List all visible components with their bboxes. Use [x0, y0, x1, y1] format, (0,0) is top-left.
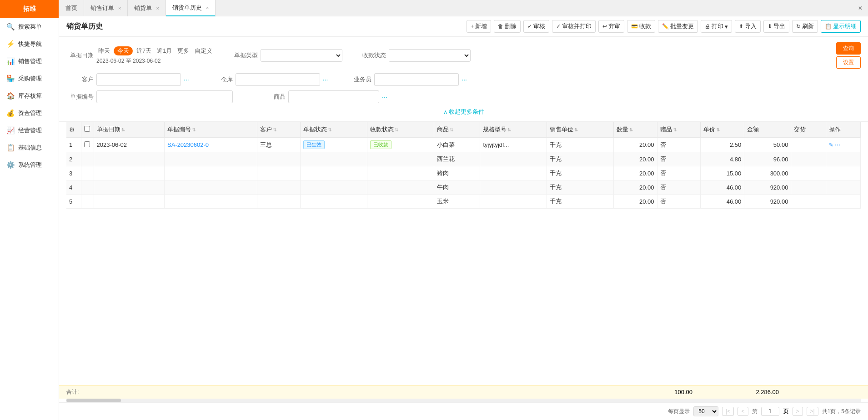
export-button[interactable]: ⬇ 导出 — [763, 20, 789, 33]
th-gear[interactable]: ⚙ — [66, 122, 81, 138]
footer-label: 合计: — [66, 388, 79, 396]
sidebar-item-finance-mgmt[interactable]: 💰 资金管理 — [0, 105, 59, 122]
th-doc-date[interactable]: 单据日期⇅ — [94, 122, 164, 138]
th-gift[interactable]: 赠品⇅ — [657, 122, 701, 138]
sidebar-item-sys-mgmt[interactable]: ⚙️ 系统管理 — [0, 156, 59, 174]
date-btn-today[interactable]: 今天 — [114, 46, 133, 55]
doc-no-input[interactable] — [96, 90, 233, 103]
show-detail-icon: 📋 — [825, 23, 832, 30]
abandon-button[interactable]: ↩ 弃审 — [598, 20, 624, 33]
doc-no-link[interactable]: SA-20230602-0 — [167, 141, 209, 148]
salesperson-picker-btn[interactable]: ··· — [462, 76, 467, 83]
select-all-checkbox[interactable] — [84, 126, 90, 132]
tab-sales-order[interactable]: 销售订单 × — [84, 0, 128, 16]
filter-warehouse: 仓库 ··· — [206, 73, 328, 86]
doc-type-select[interactable] — [261, 49, 342, 62]
toolbar: 销货单历史 + 新增 🗑 删除 ✓ 审核 ✓ 审核并打印 ↩ 弃审 — [59, 16, 868, 37]
th-customer[interactable]: 客户⇅ — [257, 122, 301, 138]
tab-sales-history[interactable]: 销货单历史 × — [166, 0, 216, 16]
show-detail-button[interactable]: 📋 显示明细 — [821, 20, 861, 33]
table-row: 4牛肉千克20.00否46.00920.00 — [66, 180, 861, 195]
collect-button[interactable]: 💳 收款 — [627, 20, 655, 33]
filter-date: 单据日期 昨天 今天 近7天 近1月 更多 自定义 2023-06-02 至 2… — [66, 46, 214, 65]
close-sales-history-tab[interactable]: × — [206, 5, 209, 10]
query-button[interactable]: 查询 — [836, 42, 861, 55]
tab-sales-goods[interactable]: 销货单 × — [128, 0, 166, 16]
table-cell: 猪肉 — [434, 166, 480, 180]
warehouse-input[interactable] — [236, 73, 320, 86]
sidebar-item-basic-info[interactable]: 📋 基础信息 — [0, 139, 59, 156]
date-btn-more[interactable]: 更多 — [176, 46, 191, 55]
doc-no-label: 单据编号 — [66, 93, 94, 101]
close-sales-order-tab[interactable]: × — [118, 5, 121, 11]
audit-print-button[interactable]: ✓ 审核并打印 — [552, 20, 596, 33]
prev-page-btn[interactable]: < — [738, 407, 748, 416]
add-button[interactable]: + 新增 — [467, 20, 491, 33]
th-unit[interactable]: 销售单位⇅ — [547, 122, 614, 138]
th-doc-status[interactable]: 单据状态⇅ — [301, 122, 367, 138]
table-cell: 300.00 — [744, 166, 791, 180]
goods-picker-btn[interactable]: ··· — [382, 93, 387, 100]
warehouse-picker-btn[interactable]: ··· — [323, 76, 328, 83]
more-ops-btn[interactable]: ⋯ — [835, 142, 840, 148]
sidebar-item-label: 资金管理 — [18, 109, 42, 117]
sidebar-item-inventory-calc[interactable]: 🏠 库存核算 — [0, 87, 59, 105]
date-btn-custom[interactable]: 自定义 — [193, 46, 214, 55]
close-all-tabs[interactable]: ✕ — [853, 5, 868, 11]
basic-info-icon: 📋 — [6, 144, 15, 152]
th-amount: 金额 — [744, 122, 791, 138]
row-checkbox[interactable] — [84, 141, 90, 147]
customer-label: 客户 — [66, 75, 94, 84]
date-range-text: 2023-06-02 至 2023-06-02 — [96, 57, 214, 65]
page-number-input[interactable] — [761, 407, 779, 416]
th-qty[interactable]: 数量⇅ — [613, 122, 657, 138]
collapse-filter-btn[interactable]: ∧ 收起更多条件 — [443, 108, 484, 116]
customer-picker-btn[interactable]: ··· — [184, 76, 189, 83]
sidebar-item-quick-nav[interactable]: ⚡ 快捷导航 — [0, 35, 59, 53]
tab-home[interactable]: 首页 — [59, 0, 84, 16]
batch-change-button[interactable]: ✏️ 批量变更 — [658, 20, 698, 33]
sidebar-item-search-menu[interactable]: 🔍 搜索菜单 — [0, 18, 59, 35]
table-cell: 否 — [657, 166, 701, 180]
date-btn-1month[interactable]: 近1月 — [155, 46, 174, 55]
date-btn-7days[interactable]: 近7天 — [135, 46, 153, 55]
sidebar-item-purchase-mgmt[interactable]: 🏪 采购管理 — [0, 70, 59, 87]
last-page-btn[interactable]: >| — [807, 407, 818, 416]
th-price[interactable]: 单价⇅ — [701, 122, 744, 138]
date-btn-group: 昨天 今天 近7天 近1月 更多 自定义 — [96, 46, 214, 55]
print-button[interactable]: 🖨 打印 ▾ — [701, 20, 732, 33]
inventory-icon: 🏠 — [6, 92, 15, 100]
th-goods[interactable]: 商品⇅ — [434, 122, 480, 138]
scrollbar-thumb[interactable] — [66, 399, 121, 402]
table-cell: 否 — [657, 138, 701, 152]
next-page-btn[interactable]: > — [793, 407, 803, 416]
page-label: 页 — [783, 407, 789, 415]
close-sales-goods-tab[interactable]: × — [156, 5, 159, 11]
table-cell — [480, 152, 547, 166]
per-page-select[interactable]: 50 100 — [693, 406, 718, 416]
payment-status-select[interactable] — [389, 49, 471, 62]
delete-button[interactable]: 🗑 删除 — [494, 20, 521, 33]
settings-button[interactable]: 设置 — [836, 56, 861, 69]
customer-input[interactable] — [96, 73, 181, 86]
table-cell — [164, 195, 257, 209]
th-payment-status[interactable]: 收款状态⇅ — [367, 122, 434, 138]
refresh-button[interactable]: ↻ 刷新 — [792, 20, 818, 33]
footer-values: 100.00 2,286.00 — [79, 389, 861, 395]
th-doc-no[interactable]: 单据编号⇅ — [164, 122, 257, 138]
table-cell: 46.00 — [701, 195, 744, 209]
goods-input[interactable] — [288, 90, 379, 103]
first-page-btn[interactable]: |< — [722, 407, 734, 416]
sidebar-item-ops-mgmt[interactable]: 📈 经营管理 — [0, 122, 59, 139]
salesperson-input[interactable] — [374, 73, 459, 86]
audit-button[interactable]: ✓ 审核 — [523, 20, 549, 33]
sidebar-item-sales-mgmt[interactable]: 📊 销售管理 — [0, 53, 59, 70]
warehouse-label: 仓库 — [206, 75, 233, 84]
horizontal-scrollbar[interactable] — [66, 399, 861, 402]
batch-change-icon: ✏️ — [662, 23, 669, 30]
th-spec[interactable]: 规格型号⇅ — [480, 122, 547, 138]
date-btn-yesterday[interactable]: 昨天 — [96, 46, 112, 55]
import-button[interactable]: ⬆ 导入 — [735, 20, 761, 33]
table-row: 12023-06-02SA-20230602-0王总已生效已收款小白菜tyjyj… — [66, 138, 861, 152]
edit-ops-btn[interactable]: ✎ — [829, 142, 833, 148]
